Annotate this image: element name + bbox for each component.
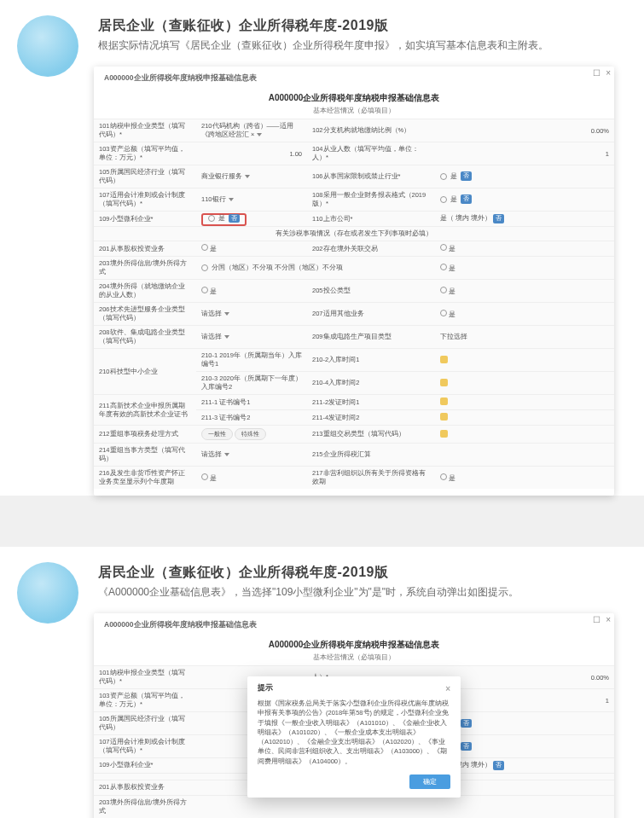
label-215: 215企业所得税汇算 xyxy=(307,444,435,467)
row-211-2a[interactable]: 211-3 证书编号2 xyxy=(196,410,307,426)
slide-1-title: 居民企业（查账征收）企业所得税年度-2019版 xyxy=(98,17,644,35)
label-205: 205投公类型 xyxy=(307,280,435,303)
value-203[interactable]: 分国（地区）不分项 不分国（地区）不分项 xyxy=(196,257,435,280)
radio-106-no[interactable]: 否 xyxy=(461,171,472,180)
value-203b[interactable]: 是 xyxy=(435,257,614,280)
value-105[interactable]: 商业银行服务 xyxy=(196,165,307,189)
window-controls: ☐ × xyxy=(593,68,611,78)
row-211-2b: 211-4发证时间2 xyxy=(307,410,435,426)
row-211-1a[interactable]: 211-1 证书编号1 xyxy=(196,395,307,410)
label-202: 202存在境外关联交易 xyxy=(307,241,435,257)
value-106[interactable]: 是 否 xyxy=(435,165,614,189)
value-104[interactable]: 1 xyxy=(435,142,614,165)
value-107[interactable]: 110银行 xyxy=(196,189,307,212)
label-207: 207适用其他业务 xyxy=(307,303,435,326)
slide-2-header: 居民企业（查账征收）企业所得税年度-2019版 《A000000企业基础信息表》… xyxy=(0,555,644,613)
row-211-1b: 211-2发证时间1 xyxy=(307,395,435,410)
chevron-down-icon xyxy=(245,175,250,178)
form-window-2: ☐ × A000000企业所得税年度纳税申报基础信息表 A000000企业所得税… xyxy=(94,613,614,818)
value-202[interactable]: 是 xyxy=(435,241,614,257)
label-107: 107适用会计准则或会计制度（填写代码）* xyxy=(94,189,196,212)
slide-1: 居民企业（查账征收）企业所得税年度-2019版 根据实际情况填写《居民企业（查账… xyxy=(0,0,644,496)
label-217: 217非营利组织以所有关于所得资格有效期 xyxy=(307,467,435,490)
value-209[interactable]: 下拉选择 xyxy=(435,326,614,349)
radio-201[interactable] xyxy=(201,244,208,251)
radio-110-no[interactable]: 否 xyxy=(493,214,504,223)
value-208[interactable]: 请选择 xyxy=(196,326,307,349)
label-214: 214重组当事方类型（填写代码） xyxy=(94,444,196,467)
value-206[interactable]: 请选择 xyxy=(196,303,307,326)
slide-2-subtitle: 《A000000企业基础信息表》，当选择"109小型微利企业"为"是"时，系统自… xyxy=(98,585,644,600)
form-window-1: ☐ × A000000企业所得税年度纳税申报基础信息表 A000000企业所得税… xyxy=(94,67,614,496)
label-105: 105所属国民经济行业（填写代码） xyxy=(94,165,196,189)
radio-109-no[interactable]: 否 xyxy=(229,214,240,223)
label-216: 216及发生非货币性资产怀正业务卖至显示列个年度期 xyxy=(94,467,196,490)
expand-icon[interactable]: ☐ xyxy=(593,615,600,624)
value-204[interactable]: 是 xyxy=(196,280,307,303)
label-103: 103资产总额（填写平均值，单位：万元）* xyxy=(94,142,196,165)
slide-1-header: 居民企业（查账征收）企业所得税年度-2019版 根据实际情况填写《居民企业（查账… xyxy=(0,9,644,67)
modal-title-bar: 提示 × xyxy=(258,683,450,693)
chip-212-general[interactable]: 一般性 xyxy=(201,428,233,440)
value-205[interactable]: 是 xyxy=(435,280,614,303)
note-211-1[interactable] xyxy=(435,395,614,410)
value-216[interactable]: 是 xyxy=(196,467,307,490)
label-209: 209集成电路生产项目类型 xyxy=(307,326,435,349)
radio-109-yes[interactable] xyxy=(208,215,215,222)
radio-202[interactable] xyxy=(440,244,447,251)
close-icon[interactable]: × xyxy=(606,615,611,624)
row-210-2a[interactable]: 210-3 2020年（所属期下一年度）入库编号2 xyxy=(196,372,307,395)
value-212[interactable]: 一般性 特殊性 xyxy=(196,426,307,444)
modal-body: 根据《国家税务总局关于落实小型微利企业所得税优惠年度纳税申报有关事项的公告》(2… xyxy=(258,699,450,766)
label-204: 204境外所得（就地缴纳企业的从业人数） xyxy=(94,280,196,303)
label-110: 110上市公司* xyxy=(307,212,435,227)
value-215[interactable] xyxy=(435,444,614,467)
value-213[interactable] xyxy=(435,426,614,444)
value-110[interactable]: 是（ 境内 境外） 否 xyxy=(435,212,614,227)
close-icon[interactable]: × xyxy=(606,68,611,78)
subsection-note: 有关涉税事项情况（存在或者发生下列事项时必填） xyxy=(94,227,614,241)
slide-2-title: 居民企业（查账征收）企业所得税年度-2019版 xyxy=(98,564,644,582)
value-103[interactable]: 1.00 xyxy=(196,142,307,165)
row-210-1a[interactable]: 210-1 2019年（所属期当年）入库编号1 xyxy=(196,349,307,372)
note-211-2[interactable] xyxy=(435,410,614,426)
chip-212-special[interactable]: 特殊性 xyxy=(235,428,266,440)
form-title: A000000企业所得税年度纳税申报基础信息表 xyxy=(94,89,614,106)
breadcrumb: A000000企业所得税年度纳税申报基础信息表 xyxy=(94,67,614,89)
expand-icon[interactable]: ☐ xyxy=(593,68,600,78)
value-101[interactable]: 210代码机构（跨省）——适用《跨地区经营汇 × xyxy=(196,119,307,142)
radio-108-no[interactable]: 否 xyxy=(461,194,472,203)
highlight-109: 是 否 xyxy=(201,213,247,226)
value-109[interactable]: 是 否 xyxy=(196,212,307,227)
value-201[interactable]: 是 xyxy=(196,241,307,257)
row-210-1b: 210-2入库时间1 xyxy=(307,349,435,372)
label-108: 108采用一般企业财务报表格式（2019版）* xyxy=(307,189,435,212)
modal-confirm-button[interactable]: 确定 xyxy=(409,774,450,789)
label-109: 109小型微利企业* xyxy=(94,212,196,227)
calendar-icon[interactable] xyxy=(440,356,448,363)
value-102[interactable]: 0.00% xyxy=(435,119,614,142)
value-207[interactable]: 是 xyxy=(435,303,614,326)
value-108[interactable]: 是 否 xyxy=(435,189,614,212)
label-201: 201从事股权投资业务 xyxy=(94,241,196,257)
modal-close-icon[interactable]: × xyxy=(445,684,450,693)
note-210-2[interactable] xyxy=(435,372,614,395)
radio-108-yes[interactable] xyxy=(440,196,447,203)
value-217[interactable]: 是 xyxy=(435,467,614,490)
radio-106-yes[interactable] xyxy=(440,173,447,180)
modal-title: 提示 xyxy=(258,683,273,693)
note-210-1[interactable] xyxy=(435,349,614,372)
chevron-down-icon xyxy=(257,133,262,136)
calendar-icon[interactable] xyxy=(440,413,448,421)
section-1-label: 基本经营情况（必填项目） xyxy=(94,106,614,119)
chevron-down-icon xyxy=(229,198,234,201)
label-211: 211高新技术企业申报所属期年度有效的高新技术企业证书 xyxy=(94,395,196,426)
value-214[interactable]: 请选择 xyxy=(196,444,307,467)
label-102: 102分支机构就地缴纳比例（%） xyxy=(307,119,435,142)
calendar-icon[interactable] xyxy=(440,379,448,386)
note-icon[interactable] xyxy=(440,430,448,438)
label-208: 208软件、集成电路企业类型（填写代码） xyxy=(94,326,196,349)
label-106: 106从事国家限制或禁止行业* xyxy=(307,165,435,189)
label-213: 213重组交易类型（填写代码） xyxy=(307,426,435,444)
calendar-icon[interactable] xyxy=(440,397,448,405)
